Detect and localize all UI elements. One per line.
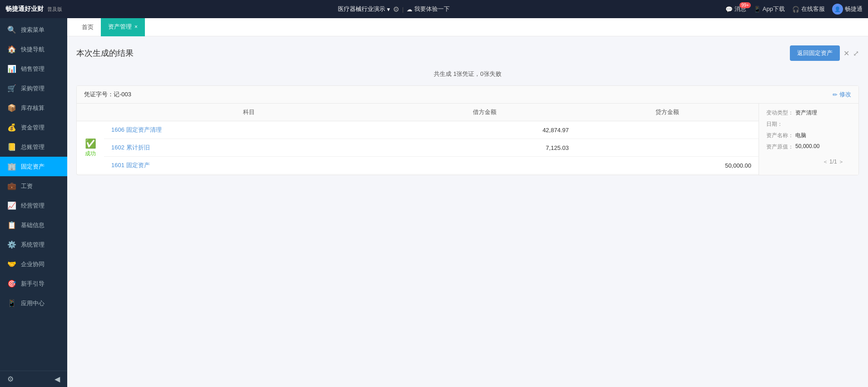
next-page-btn[interactable]: ＞: [838, 159, 844, 165]
sidebar-item-ledger[interactable]: 📒 总账管理: [0, 137, 67, 157]
avatar: 👤: [832, 4, 843, 15]
trial-button[interactable]: ☁ 我要体验一下: [407, 5, 450, 13]
top-bar-right: 💬 消息 99+ 📱 App下载 🎧 在线客服 👤 畅捷通: [725, 4, 863, 15]
sidebar-item-payroll[interactable]: 💼 工资: [0, 176, 67, 196]
messages-item[interactable]: 💬 消息 99+: [725, 5, 746, 13]
company-selector[interactable]: 医疗器械行业演示 ▾: [338, 5, 390, 13]
sidebar-label-cooperation: 企业协同: [21, 260, 45, 268]
sidebar-label-inventory: 库存核算: [21, 104, 45, 112]
sidebar-item-inventory[interactable]: 📦 库存核算: [0, 98, 67, 118]
sidebar-label-app-center: 应用中心: [21, 299, 45, 308]
sidebar-item-guide[interactable]: 🎯 新手引导: [0, 274, 67, 293]
sales-icon: 📊: [7, 64, 16, 73]
sidebar-item-finance[interactable]: 💰 资金管理: [0, 118, 67, 137]
settings-bottom-icon[interactable]: ⚙: [7, 375, 14, 383]
sidebar-label-basic-info: 基础信息: [21, 221, 45, 229]
sidebar-item-app-center[interactable]: 📱 应用中心: [0, 293, 67, 313]
sidebar-label-search: 搜索菜单: [21, 26, 45, 34]
side-panel-row-date: 日期：: [766, 120, 851, 128]
sidebar-label-purchase: 采购管理: [21, 84, 45, 93]
quick-nav-icon: 🏠: [7, 45, 16, 54]
operations-icon: 📈: [7, 201, 16, 210]
table-row: 1602 累计折旧 7,125.03: [77, 139, 759, 157]
tab-assets[interactable]: 资产管理 ×: [101, 18, 145, 36]
debit-header: 借方金额: [393, 104, 576, 121]
close-panel-button[interactable]: ✕: [843, 49, 849, 58]
message-icon: 💬: [725, 6, 733, 13]
tab-home[interactable]: 首页: [74, 18, 101, 36]
company-name: 医疗器械行业演示: [338, 5, 385, 13]
subject-cell-2: 1602 累计折旧: [104, 139, 393, 157]
asset-name-label: 资产名称：: [766, 132, 794, 139]
sidebar-label-quick-nav: 快捷导航: [21, 45, 45, 54]
sidebar-item-operations[interactable]: 📈 经营管理: [0, 196, 67, 215]
original-value-value: 50,000.00: [795, 143, 819, 151]
subject-cell-3: 1601 固定资产: [104, 157, 393, 174]
sidebar-label-operations: 经营管理: [21, 202, 45, 210]
return-button[interactable]: 返回固定资产: [790, 45, 840, 61]
user-item[interactable]: 👤 畅捷通: [832, 4, 863, 15]
top-bar-center: 医疗器械行业演示 ▾ ⚙ | ☁ 我要体验一下: [338, 5, 449, 14]
sidebar-item-search[interactable]: 🔍 搜索菜单: [0, 20, 67, 40]
inventory-icon: 📦: [7, 104, 16, 112]
app-download-item[interactable]: 📱 App下载: [754, 5, 785, 13]
settings-icon[interactable]: ⚙: [393, 5, 399, 14]
online-service-label: 在线客服: [801, 5, 825, 13]
sidebar-item-system[interactable]: ⚙️ 系统管理: [0, 235, 67, 254]
credit-cell-3: 50,000.00: [576, 157, 759, 174]
user-name: 畅捷通: [845, 5, 863, 13]
change-type-label: 变动类型：: [766, 109, 794, 117]
page-info: 1/1: [829, 159, 838, 165]
sidebar-label-payroll: 工资: [21, 182, 33, 190]
system-icon: ⚙️: [7, 240, 16, 249]
messages-badge: 99+: [739, 2, 751, 8]
prev-page-btn[interactable]: ＜: [823, 159, 828, 165]
sidebar-label-guide: 新手引导: [21, 280, 45, 288]
tab-bar: 首页 资产管理 ×: [67, 18, 868, 36]
sidebar-nav: 🔍 搜索菜单 🏠 快捷导航 📊 销售管理 🛒 采购管理 📦 库存核算 💰 资金管…: [0, 18, 67, 371]
collapse-icon[interactable]: ◀: [55, 375, 60, 383]
credit-header: 贷方金额: [576, 104, 759, 121]
sidebar-item-fixed-assets[interactable]: 🏢 固定资产: [0, 157, 67, 176]
page-content: 本次生成的结果 返回固定资产 ✕ ⤢ 共生成 1张凭证，0张失败 凭证字号：记-…: [67, 36, 868, 387]
cloud-icon: ☁: [407, 6, 412, 13]
date-label: 日期：: [766, 120, 783, 128]
app-logo: 畅捷通好业财: [5, 5, 44, 13]
voucher-table: 科目 借方金额 贷方金额 ✅ 成: [77, 104, 759, 174]
sidebar-item-purchase[interactable]: 🛒 采购管理: [0, 79, 67, 98]
voucher-number: 凭证字号：记-003: [84, 90, 131, 99]
status-cell: ✅ 成功: [77, 121, 104, 174]
expand-panel-button[interactable]: ⤢: [853, 49, 859, 58]
subject-header: 科目: [104, 104, 393, 121]
subject-cell-1: 1606 固定资产清理: [104, 121, 393, 139]
sidebar-bottom: ⚙ ◀: [0, 371, 67, 387]
cooperation-icon: 🤝: [7, 260, 16, 268]
debit-cell-2: 7,125.03: [393, 139, 576, 157]
content-area: 首页 资产管理 × 本次生成的结果 返回固定资产 ✕ ⤢ 共生成 1张凭证，0张…: [67, 18, 868, 387]
sidebar-label-fixed-assets: 固定资产: [21, 163, 45, 171]
guide-icon: 🎯: [7, 279, 16, 288]
trial-label: 我要体验一下: [414, 5, 450, 13]
credit-cell-1: [576, 121, 759, 139]
edit-button[interactable]: ✏ 修改: [833, 90, 851, 99]
sidebar-item-cooperation[interactable]: 🤝 企业协同: [0, 254, 67, 274]
online-service-item[interactable]: 🎧 在线客服: [792, 5, 825, 13]
table-section: 科目 借方金额 贷方金额 ✅ 成: [77, 104, 759, 175]
table-row: 1601 固定资产 50,000.00: [77, 157, 759, 174]
tab-assets-label: 资产管理: [108, 23, 132, 31]
purchase-icon: 🛒: [7, 84, 16, 93]
edit-label: 修改: [839, 90, 851, 99]
credit-cell-2: [576, 139, 759, 157]
voucher-card: 凭证字号：记-003 ✏ 修改 科目: [76, 85, 859, 175]
sidebar-item-quick-nav[interactable]: 🏠 快捷导航: [0, 40, 67, 59]
asset-name-value: 电脑: [795, 132, 806, 139]
tab-close-icon[interactable]: ×: [134, 24, 138, 30]
sidebar-item-basic-info[interactable]: 📋 基础信息: [0, 215, 67, 235]
side-panel-row-name: 资产名称： 电脑: [766, 132, 851, 139]
ledger-icon: 📒: [7, 143, 16, 151]
change-type-value: 资产清理: [795, 109, 817, 117]
sidebar: 🔍 搜索菜单 🏠 快捷导航 📊 销售管理 🛒 采购管理 📦 库存核算 💰 资金管…: [0, 18, 67, 387]
sidebar-item-sales[interactable]: 📊 销售管理: [0, 59, 67, 79]
pagination: ＜ 1/1 ＞: [766, 154, 851, 169]
status-col-header: [77, 104, 104, 121]
